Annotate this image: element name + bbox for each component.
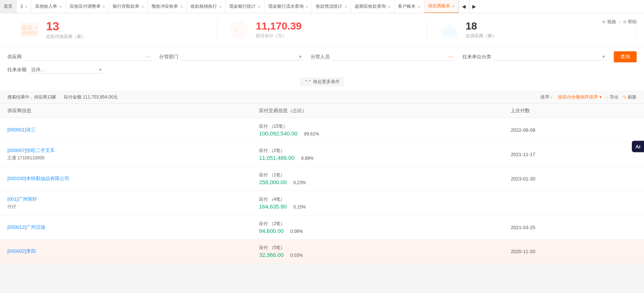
svg-rect-4 xyxy=(28,31,32,35)
last-payment-cell: 2021-03-25 xyxy=(511,225,637,230)
supplier-input-wrap: ··· xyxy=(25,53,152,61)
filter-category: 往来单位分类 ▾ xyxy=(462,53,607,61)
nav-tab-adjustment[interactable]: 应收应付调整单 × xyxy=(66,0,109,13)
nav-tab-3[interactable]: 3 × xyxy=(17,0,31,13)
close-icon[interactable]: × xyxy=(418,4,420,9)
supplier-link[interactable]: [000002]李四 xyxy=(7,248,36,254)
supplier-link[interactable]: [001]广州荣轩 xyxy=(7,196,37,202)
close-icon[interactable]: × xyxy=(25,4,27,9)
last-payment-cell: 2023-01-30 xyxy=(511,176,637,182)
close-icon[interactable]: × xyxy=(388,4,390,9)
nav-tab-bank-deposit[interactable]: 银行存取款单 × xyxy=(109,0,148,13)
payable-amount-label: 应付合计（万） xyxy=(256,33,302,39)
nav-tab-customer-ledger[interactable]: 客户账本 × xyxy=(394,0,424,13)
filter-dept: 分管部门 ▾ xyxy=(159,53,304,61)
last-payment-cell: 2021-11-17 xyxy=(511,152,637,157)
svg-rect-5 xyxy=(32,31,37,35)
nav-tab-home[interactable]: 首页 xyxy=(0,0,17,13)
table-row: [000100]本特勤油品有限公司 应付 （1笔） 258,000.00 0.2… xyxy=(0,167,644,191)
close-icon[interactable]: × xyxy=(141,4,144,9)
transaction-cell: 应付 （5笔） 32,366.00 0.03% xyxy=(259,245,511,258)
supplier-link[interactable]: [000001]张三 xyxy=(7,127,36,132)
supplier-sub-info: 仔仔 xyxy=(7,204,259,210)
person-picker-btn[interactable]: ··· xyxy=(448,54,453,60)
nav-tab-overdue[interactable]: 超期应收款查询 × xyxy=(351,0,394,13)
filter-supplier: 供应商 ··· xyxy=(7,53,152,61)
supplier-link[interactable]: [000100]本特勤油品有限公司 xyxy=(7,176,69,181)
close-icon[interactable]: × xyxy=(103,4,105,9)
help-btn[interactable]: ⊙ 帮助 xyxy=(623,19,637,25)
col-last-payment-header: 上次付数 xyxy=(511,107,637,114)
total-suppliers-label: 总供应商（家） xyxy=(466,33,497,39)
nav-tab-collection[interactable]: 收款核销执行 × xyxy=(187,0,225,13)
svg-rect-3 xyxy=(22,31,27,35)
dept-input-wrap: ▾ xyxy=(181,53,304,61)
sort-select[interactable]: 按应付余额倒序排序 ▾ xyxy=(558,94,601,100)
svg-text:¥: ¥ xyxy=(35,25,38,31)
nav-tab-cash-stats[interactable]: 现金银行统计 × xyxy=(225,0,264,13)
svg-text:¥: ¥ xyxy=(235,26,238,33)
close-icon[interactable]: × xyxy=(344,4,347,9)
supplier-info-cell: [000100]本特勤油品有限公司 xyxy=(7,175,259,182)
collapse-button[interactable]: ⌃⌃ 收起更多条件 xyxy=(300,77,344,86)
close-icon[interactable]: × xyxy=(59,4,62,9)
dept-dropdown-icon[interactable]: ▾ xyxy=(299,54,302,59)
close-icon[interactable]: × xyxy=(306,4,308,9)
video-btn[interactable]: ⊙ 视频 xyxy=(602,19,616,25)
close-icon[interactable]: × xyxy=(180,4,182,9)
nav-tab-collection-stats[interactable]: 收款情况统计 × xyxy=(312,0,351,13)
total-supplier-icon xyxy=(438,19,460,41)
ai-button[interactable]: Ai xyxy=(632,141,644,152)
payable-amount-number: 11,170.39 xyxy=(256,21,302,31)
svg-rect-1 xyxy=(22,25,27,30)
last-payment-cell: 2022-08-08 xyxy=(511,127,637,133)
nav-tab-supplier-ledger[interactable]: 供应商账本 × xyxy=(424,0,459,13)
search-button[interactable]: 查询 xyxy=(614,51,637,62)
category-input[interactable] xyxy=(496,54,603,59)
nav-next-arrow[interactable]: ▶ xyxy=(469,0,479,13)
svg-rect-14 xyxy=(446,31,448,34)
sort-label: 排序： xyxy=(540,94,554,100)
nav-prev-arrow[interactable]: ◀ xyxy=(459,0,469,13)
collapse-up-icon: ⌃⌃ xyxy=(304,79,312,85)
table-row: [001]广州荣轩 仔仔 应付 （4笔） 164,635.90 0.15% xyxy=(0,191,644,216)
refresh-button[interactable]: ↻ 刷新 xyxy=(623,94,637,100)
close-icon[interactable]: × xyxy=(452,4,455,8)
close-icon[interactable]: × xyxy=(258,4,260,9)
balance-dropdown-icon[interactable]: ▾ xyxy=(99,67,102,72)
filter-row-1: 供应商 ··· 分管部门 ▾ 分管人员 ··· 往来单位分类 xyxy=(7,51,637,62)
balance-input[interactable] xyxy=(31,67,99,72)
svg-rect-12 xyxy=(448,24,451,27)
svg-rect-15 xyxy=(450,31,452,34)
total-suppliers-number: 18 xyxy=(466,21,497,31)
supplier-link[interactable]: [000007]恒旺二手叉车 xyxy=(7,148,55,153)
supplier-info-cell: [000002]李四 xyxy=(7,248,259,255)
nav-tab-prepay[interactable]: 预收冲应收单 × xyxy=(148,0,186,13)
dept-input[interactable] xyxy=(183,54,300,59)
transaction-cell: 应付 （2笔） 94,600.00 0.08% xyxy=(259,221,511,234)
supplier-picker-btn[interactable]: ··· xyxy=(145,54,150,60)
category-dropdown-icon[interactable]: ▾ xyxy=(602,54,605,59)
person-input[interactable] xyxy=(334,54,448,59)
supplier-link[interactable]: [000012]广州贝瑞 xyxy=(7,224,45,230)
payable-supplier-icon: ¥ xyxy=(18,19,41,41)
supplier-info-cell: [000001]张三 xyxy=(7,127,259,133)
supplier-sub-info: 王通 17106110000 xyxy=(7,155,259,161)
payable-amount-icon: ¥ xyxy=(228,19,250,41)
header-actions: ⊙ 视频 | ⊙ 帮助 xyxy=(602,19,637,25)
filter-balance: 往来余额 ▾ xyxy=(7,66,103,73)
nav-tab-other-income[interactable]: 其他收入单 × xyxy=(31,0,66,13)
stat-payable-amount: ¥ 11,170.39 应付合计（万） xyxy=(217,19,427,41)
table-header-row: 供应商信息 应付交易信息（占比） 上次付数 xyxy=(0,104,644,118)
table-row: [000001]张三 应付 （15笔） 100,092,540.00 89.61… xyxy=(0,118,644,142)
nav-tab-cash-flow[interactable]: 现金银行流水查询 × xyxy=(265,0,312,13)
filter-person: 分管人员 ··· xyxy=(311,53,455,61)
export-button[interactable]: ○ 导出 xyxy=(606,94,619,100)
supplier-table: 供应商信息 应付交易信息（占比） 上次付数 [000001]张三 应付 （15笔… xyxy=(0,104,644,263)
supplier-filter-label: 供应商 xyxy=(7,54,22,60)
close-icon[interactable]: × xyxy=(219,4,221,9)
supplier-input[interactable] xyxy=(26,54,145,59)
transaction-cell: 应付 （1笔） 258,000.00 0.23% xyxy=(259,172,511,185)
svg-rect-16 xyxy=(453,31,455,34)
balance-filter-label: 往来余额 xyxy=(7,66,27,73)
